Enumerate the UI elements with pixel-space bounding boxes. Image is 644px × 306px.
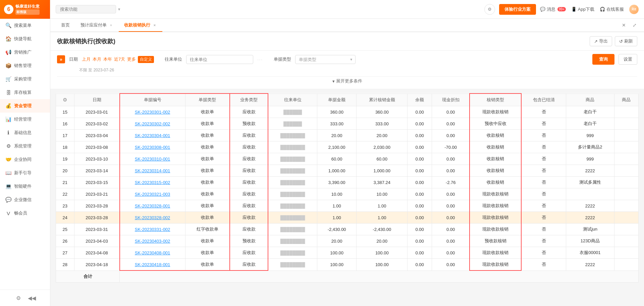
filter-last-month[interactable]: 上月 [82,56,91,62]
cell-voucher-no[interactable]: SK-20230328-001 [120,200,185,212]
filter-this-month[interactable]: 本月 [93,56,101,62]
cell-amount: 10.00 [317,188,357,200]
cell-voucher-no[interactable]: SK-20230403-002 [120,235,185,247]
filter-counterpart-input[interactable] [186,55,253,64]
cell-write-off-type: 收款核销 [470,177,521,188]
cell-voucher-no[interactable]: SK-20230310-001 [120,153,185,165]
filter-voucher-type-select[interactable]: 单据类型 [295,55,356,64]
cell-voucher-no[interactable]: SK-20230331-002 [120,224,185,235]
tab-prepay[interactable]: 预计应应付单 × [75,19,119,32]
cell-date: 2023-03-08 [74,141,119,153]
messages-label: 消息 [547,6,555,12]
tab-home-label: 首页 [61,22,70,28]
cell-date: 2023-04-18 [74,259,119,271]
sidebar-collapse-btn[interactable]: ◀◀ [26,293,37,303]
export-btn[interactable]: ↗ 导出 [590,36,612,46]
voucher-no-link[interactable]: SK-20230315-002 [135,180,170,185]
filter-custom-btn[interactable]: 自定义 [138,56,154,63]
voucher-no-link[interactable]: SK-20230301-002 [135,110,170,115]
cell-date: 2023-03-14 [74,165,119,177]
refresh-icon: ↺ [619,39,623,44]
search-input[interactable] [56,5,116,13]
cell-voucher-no[interactable]: SK-20230321-003 [120,188,185,200]
logo-badge: 标推版 [15,9,40,15]
cell-voucher-no[interactable]: SK-20230304-001 [120,130,185,141]
cell-counterpart: ████████ [268,130,317,141]
voucher-no-link[interactable]: SK-20230302-002 [135,121,170,126]
avatar[interactable]: Rit [629,5,639,14]
close-window-btn[interactable]: ✕ [620,21,628,29]
cell-date: 2023-03-04 [74,130,119,141]
sidebar-item-finance[interactable]: 💰资金管理 [0,99,50,113]
footer-empty [120,270,639,282]
cell-voucher-no[interactable]: SK-20230418-001 [120,259,185,271]
column-settings-icon[interactable]: ⚙ [63,97,67,103]
sidebar-item-corp[interactable]: 🤝企业协同 [0,153,50,166]
voucher-no-link[interactable]: SK-20230418-001 [135,262,170,267]
sidebar-item-marketing[interactable]: 📢营销推广 [0,46,50,59]
voucher-no-link[interactable]: SK-20230331-002 [135,227,170,232]
filter-query-btn[interactable]: 查询 [592,54,614,65]
cell-voucher-no[interactable]: SK-20230408-001 [120,247,185,259]
cell-voucher-no[interactable]: SK-20230328-002 [120,212,185,224]
voucher-no-link[interactable]: SK-20230408-001 [135,250,170,255]
cell-voucher-no[interactable]: SK-20230301-002 [120,106,185,118]
expand-more-btn[interactable]: ▾ 展开更多条件 [57,76,637,85]
filter-date-group: 上月 本月 本年 近7天 更多 自定义 [82,56,154,63]
sidebar-item-search[interactable]: 🔍搜索菜单 [0,19,50,32]
logo-icon: 6 [4,5,13,14]
col-voucher-no-header: 单据编号 [120,94,185,106]
voucher-no-link[interactable]: SK-20230308-001 [135,145,170,150]
tab-receipt-write-off[interactable]: 收款核销执行 × [119,19,162,32]
tab-prepay-close[interactable]: × [109,23,113,27]
cell-voucher-no[interactable]: SK-20230314-001 [120,165,185,177]
cell-write-off-type: 收款核销 [470,141,521,153]
cell-write-off-type: 现款收款核销 [470,212,521,224]
cell-voucher-no[interactable]: SK-20230302-002 [120,118,185,130]
voucher-no-link[interactable]: SK-20230304-001 [135,133,170,138]
online-service-btn[interactable]: 🎧 在线客服 [600,6,624,12]
cell-voucher-no[interactable]: SK-20230308-001 [120,141,185,153]
sidebar-item-purchase[interactable]: 🛒采购管理 [0,72,50,86]
cell-voucher-type: 收款单 [185,188,230,200]
cell-goods [566,188,614,200]
filter-this-year[interactable]: 本年 [103,56,112,62]
refresh-btn[interactable]: ↺ 刷新 [615,36,637,46]
cell-write-off-type: 现款收款核销 [470,247,521,259]
expand-window-btn[interactable]: ⤢ [631,21,639,29]
sidebar-settings-btn[interactable]: ⚙ [13,293,24,303]
sidebar-item-system[interactable]: ⚙系统管理 [0,139,50,153]
app-download-btn[interactable]: 📱 App下载 [571,6,594,12]
messages-btn[interactable]: 💬 消息 99+ [540,6,566,12]
sidebar-item-guide[interactable]: 📖新手引导 [0,166,50,180]
filter-setting-btn[interactable]: 设置 [619,54,637,65]
filter-7days[interactable]: 近7天 [114,56,125,62]
cell-goods2 [614,224,638,235]
settings-gear-btn[interactable]: ⚙ [484,4,495,15]
sidebar-item-business[interactable]: 📊经营管理 [0,113,50,126]
cell-include-settled: 否 [521,235,566,247]
voucher-no-link[interactable]: SK-20230328-001 [135,203,170,208]
cell-voucher-no[interactable]: SK-20230315-002 [120,177,185,188]
voucher-no-link[interactable]: SK-20230314-001 [135,168,170,173]
cell-counterpart: ████████ [268,247,317,259]
sidebar-item-inventory[interactable]: 🗄库存核算 [0,86,50,99]
industry-solution-btn[interactable]: 体验行业方案 [499,4,536,15]
sidebar-item-wechat[interactable]: 💬企业微信 [0,193,50,206]
cell-write-off-type: 现款收款核销 [470,106,521,118]
tab-receipt-close[interactable]: × [152,23,157,27]
sidebar-item-member[interactable]: V畅会员 [0,206,50,220]
sidebar-item-quicknav[interactable]: 🏠快捷导航 [0,32,50,46]
table-row: 21 2023-03-15 SK-20230315-002 收款单 应收款 ██… [56,177,639,188]
sidebar-item-hardware[interactable]: 💻智能硬件 [0,180,50,193]
filter-expand-btn[interactable]: » [57,55,65,63]
cell-date: 2023-03-15 [74,177,119,188]
sidebar-item-sales[interactable]: 📦销售管理 [0,59,50,72]
filter-more[interactable]: 更多 [127,56,136,62]
sidebar-item-basic[interactable]: ℹ基础信息 [0,126,50,139]
voucher-no-link[interactable]: SK-20230321-003 [135,192,170,197]
tab-home[interactable]: 首页 [56,19,75,32]
voucher-no-link[interactable]: SK-20230403-002 [135,239,170,244]
voucher-no-link[interactable]: SK-20230310-001 [135,157,170,162]
voucher-no-link[interactable]: SK-20230328-002 [135,215,170,220]
